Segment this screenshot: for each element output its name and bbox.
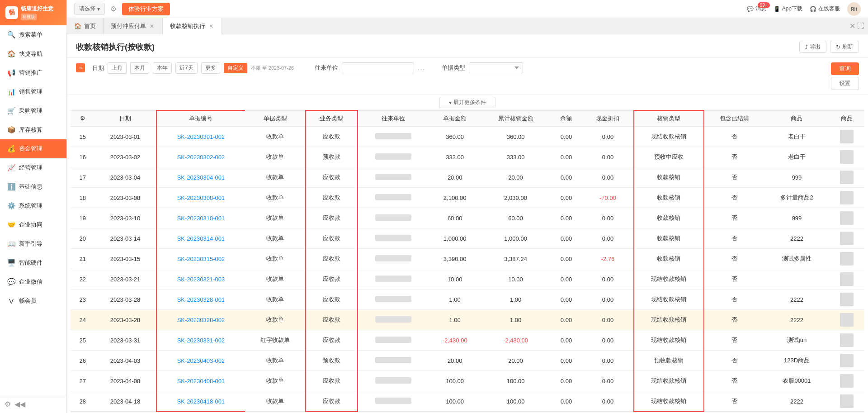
sidebar-item-system[interactable]: ⚙️系统管理 [0, 196, 66, 215]
bill-no-link[interactable]: SK-20230403-002 [177, 357, 225, 364]
tab-home[interactable]: 🏠 首页 [67, 18, 104, 34]
filter-unit-group: 往来单位 ... [315, 62, 425, 73]
cell-included: 否 [704, 371, 764, 391]
cell-biz-type: 应收款 [306, 371, 358, 391]
user-avatar[interactable]: Rit [847, 2, 861, 16]
sidebar-item-sales[interactable]: 📊销售管理 [0, 82, 66, 101]
table-row: 18 2023-03-08 SK-20230308-001 收款单 应收款 2,… [71, 188, 864, 208]
bill-no-link[interactable]: SK-20230321-003 [177, 276, 225, 283]
collapse-icon[interactable]: ◀◀ [14, 400, 25, 408]
more-date-button[interactable]: 更多 [201, 62, 220, 74]
cell-accum: 20.00 [481, 351, 550, 371]
sidebar-item-inventory[interactable]: 📦库存核算 [0, 120, 66, 139]
service-button[interactable]: 🎧 在线客服 [810, 5, 840, 13]
bill-no-link[interactable]: SK-20230308-001 [177, 195, 225, 201]
sidebar-item-wechat[interactable]: 💬企业微信 [0, 272, 66, 291]
custom-date-button[interactable]: 自定义 [224, 63, 247, 73]
bill-no-link[interactable]: SK-20230315-002 [177, 256, 225, 262]
cell-discount: 0.00 [582, 269, 633, 290]
cell-biz-type: 应收款 [306, 208, 358, 228]
cell-no: 19 [71, 208, 95, 228]
cell-included: 否 [704, 269, 764, 290]
tab-close-prepay[interactable]: ✕ [149, 22, 155, 30]
cell-goods2 [829, 391, 864, 412]
sidebar-item-quicknav[interactable]: 🏠快捷导航 [0, 44, 66, 63]
message-button[interactable]: 💬 消息 99+ [747, 5, 766, 13]
app-download-button[interactable]: 📱 App下载 [774, 5, 802, 13]
cell-bill-type: 收款单 [245, 310, 306, 330]
sidebar-item-operation[interactable]: 📈经营管理 [0, 158, 66, 177]
bill-type-select[interactable] [469, 62, 523, 73]
refresh-button[interactable]: ↻ 刷新 [830, 41, 859, 53]
cell-amount: 2,100.00 [429, 188, 481, 208]
bill-no-link[interactable]: SK-20230304-001 [177, 174, 225, 181]
filter-expand-button[interactable]: » [76, 63, 85, 72]
cell-balance: 0.00 [550, 269, 583, 290]
sidebar-item-finance[interactable]: 💰资金管理 [0, 139, 66, 158]
bill-no-link[interactable]: SK-20230331-002 [177, 337, 225, 344]
expand-more-button[interactable]: ▾ 展开更多条件 [439, 97, 495, 108]
settings-filter-button[interactable]: 设置 [831, 77, 859, 90]
data-table-wrap[interactable]: ⚙ 日期 单据编号 单据类型 业务类型 往来单位 单据金额 累计核销金额 余额 … [67, 110, 868, 413]
sidebar-logo: 畅 畅康道好生意 标推版 [0, 0, 66, 25]
sidebar-item-member[interactable]: V畅会员 [0, 291, 66, 310]
workspace-dropdown[interactable]: 请选择 ▾ [74, 3, 105, 15]
cell-bill-no: SK-20230310-001 [156, 208, 245, 228]
tab-close-receipt[interactable]: ✕ [208, 22, 214, 30]
cell-bill-type: 收款单 [245, 269, 306, 290]
col-goods2: 商品 [829, 110, 864, 127]
col-bill-no: 单据编号 [156, 110, 245, 127]
bill-no-link[interactable]: SK-20230418-001 [177, 398, 225, 405]
sidebar-item-marketing[interactable]: 📢营销推广 [0, 63, 66, 82]
cell-balance: 0.00 [550, 290, 583, 310]
bill-no-link[interactable]: SK-20230408-001 [177, 378, 225, 385]
this-year-button[interactable]: 本年 [153, 62, 172, 74]
bill-no-link[interactable]: SK-20230328-001 [177, 296, 225, 303]
bill-no-link[interactable]: SK-20230310-001 [177, 215, 225, 222]
gear-icon[interactable]: ⚙ [110, 5, 117, 13]
export-icon: ⤴ [805, 44, 808, 50]
col-settings[interactable]: ⚙ [71, 110, 95, 127]
cell-amount: 1,000.00 [429, 228, 481, 249]
settings-icon[interactable]: ⚙ [5, 400, 11, 408]
cell-goods2 [829, 351, 864, 371]
cell-amount: 360.00 [429, 127, 481, 147]
cell-accum: 1.00 [481, 310, 550, 330]
maximize-button[interactable]: ⛶ [857, 22, 864, 30]
cell-date: 2023-03-08 [95, 188, 156, 208]
cell-bill-type: 收款单 [245, 188, 306, 208]
topbar: 请选择 ▾ ⚙ 体验行业方案 💬 消息 99+ 📱 App下载 🎧 在线客服 R… [67, 0, 868, 18]
sidebar-item-enterprise[interactable]: 🤝企业协同 [0, 215, 66, 234]
cell-goods1: 2222 [764, 290, 829, 310]
bill-no-link[interactable]: SK-20230314-001 [177, 235, 225, 242]
table-row: 25 2023-03-31 SK-20230331-002 红字收款单 应收款 … [71, 330, 864, 351]
sidebar-item-purchase[interactable]: 🛒采购管理 [0, 101, 66, 120]
main-area: 请选择 ▾ ⚙ 体验行业方案 💬 消息 99+ 📱 App下载 🎧 在线客服 R… [67, 0, 868, 413]
sidebar-item-guide[interactable]: 📖新手引导 [0, 234, 66, 253]
cell-accum: 1.00 [481, 290, 550, 310]
tab-prepay[interactable]: 预付冲应付单 ✕ [104, 18, 163, 34]
table-row: 21 2023-03-15 SK-20230315-002 收款单 应收款 3,… [71, 249, 864, 269]
this-month-button[interactable]: 本月 [130, 62, 149, 74]
sidebar-item-search[interactable]: 🔍搜索菜单 [0, 25, 66, 44]
tab-receipt[interactable]: 收款核销执行 ✕ [163, 18, 222, 34]
bill-no-link[interactable]: SK-20230301-002 [177, 133, 225, 140]
tabs-right-controls: ✕ ⛶ [849, 22, 868, 30]
last7-button[interactable]: 近7天 [175, 62, 198, 74]
unit-input[interactable] [342, 62, 414, 73]
solution-button[interactable]: 体验行业方案 [122, 3, 170, 15]
inventory-icon: 📦 [7, 126, 15, 134]
last-month-button[interactable]: 上月 [108, 62, 127, 74]
cell-discount: 0.00 [582, 167, 633, 188]
sidebar-item-hardware[interactable]: 🖥️智能硬件 [0, 253, 66, 272]
cell-bill-no: SK-20230304-001 [156, 167, 245, 188]
cell-bill-no: SK-20230328-001 [156, 290, 245, 310]
bill-no-link[interactable]: SK-20230302-002 [177, 154, 225, 161]
close-all-tabs-button[interactable]: ✕ [849, 22, 855, 30]
bill-no-link[interactable]: SK-20230328-002 [177, 317, 225, 323]
query-button[interactable]: 查询 [831, 62, 859, 75]
export-button[interactable]: ⤴ 导出 [799, 41, 826, 53]
logo-text: 畅康道好生意 标推版 [21, 5, 53, 20]
sidebar-item-basic[interactable]: ℹ️基础信息 [0, 177, 66, 196]
cell-bill-no: SK-20230308-001 [156, 188, 245, 208]
